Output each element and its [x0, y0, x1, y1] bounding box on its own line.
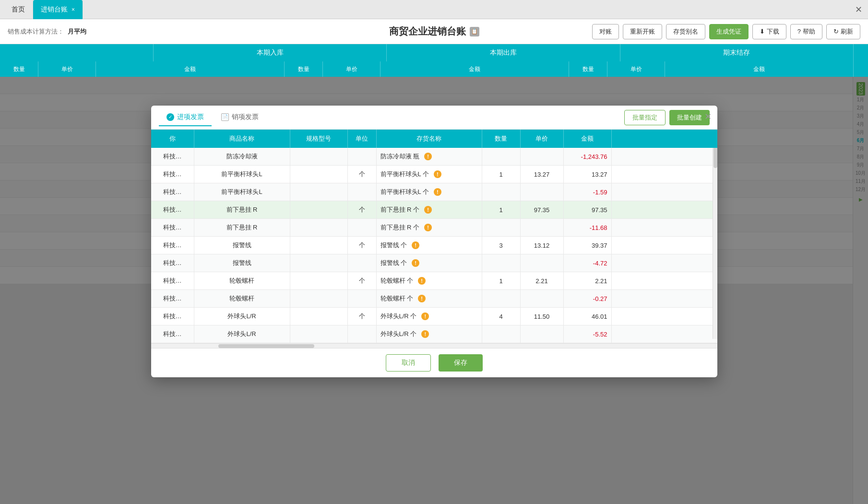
subheader-amount1: 金额 — [380, 61, 569, 77]
cell-price: 13.12 — [521, 237, 564, 254]
cell-inventory: 报警线 个 ! — [377, 254, 482, 272]
cell-col1: 科技… — [151, 148, 194, 165]
cell-amount: -5.52 — [564, 325, 612, 343]
cell-unit — [348, 254, 377, 272]
inventory-alias-button[interactable]: 存货别名 — [666, 24, 705, 39]
cell-qty: 1 — [482, 272, 521, 289]
cell-amount: 97.35 — [564, 201, 612, 218]
dialog-footer: 取消 保存 — [151, 348, 717, 377]
dialog-vertical-scrollbar[interactable] — [713, 130, 717, 339]
help-icon: ? — [797, 28, 801, 35]
cost-method-area: 销售成本计算方法： 月平均 — [8, 27, 86, 36]
cell-spec — [290, 308, 348, 325]
cell-unit — [348, 325, 377, 343]
cell-unit: 个 — [348, 201, 377, 218]
cell-price — [521, 325, 564, 343]
tab-ledger[interactable]: 进销台账 × — [33, 0, 83, 19]
cell-price — [521, 219, 564, 236]
tab-home-label: 首页 — [12, 5, 25, 14]
cell-qty — [482, 183, 521, 201]
cell-qty — [482, 254, 521, 272]
dialog-scrollbar[interactable] — [151, 343, 717, 348]
tab-inbound-invoice[interactable]: ✓ 进项发票 — [159, 109, 212, 126]
cell-amount: -1.59 — [564, 183, 612, 201]
cell-goods-name: 外球头L/R — [194, 325, 290, 343]
download-button[interactable]: ⬇ 下载 — [752, 24, 786, 39]
cell-qty: 3 — [482, 237, 521, 254]
header-empty — [0, 44, 154, 61]
cell-col1: 科技… — [151, 325, 194, 343]
cell-spec — [290, 325, 348, 343]
outbound-invoice-icon: 📄 — [221, 113, 229, 121]
cell-col1: 科技… — [151, 166, 194, 183]
cell-inventory: 轮毂螺杆 个 ! — [377, 290, 482, 307]
warn-icon: ! — [412, 241, 419, 249]
tab-home[interactable]: 首页 — [4, 0, 33, 19]
subheader-qty0: 数量 — [0, 61, 38, 77]
warn-icon: ! — [418, 277, 426, 285]
tab-close-icon[interactable]: × — [71, 6, 75, 13]
cell-col1: 科技… — [151, 308, 194, 325]
cell-col1: 科技… — [151, 237, 194, 254]
cell-price: 97.35 — [521, 201, 564, 218]
cell-goods-name: 防冻冷却液 — [194, 148, 290, 165]
cell-price — [521, 254, 564, 272]
warn-icon: ! — [434, 188, 441, 196]
cell-goods-name: 报警线 — [194, 237, 290, 254]
save-button[interactable]: 保存 — [439, 354, 483, 372]
batch-assign-button[interactable]: 批量指定 — [624, 110, 666, 125]
cell-price: 13.27 — [521, 166, 564, 183]
col-header-price: 单价 — [521, 130, 564, 148]
refresh-button[interactable]: ↻ 刷新 — [826, 24, 860, 39]
refresh-icon: ↻ — [833, 28, 839, 35]
window-close-icon[interactable]: ✕ — [855, 4, 862, 15]
subheader-price2: 单价 — [607, 61, 665, 77]
cell-amount: 46.01 — [564, 308, 612, 325]
cell-amount: 2.21 — [564, 272, 612, 289]
batch-create-button[interactable]: 批量创建 — [669, 110, 710, 125]
cell-goods-name: 外球头L/R — [194, 308, 290, 325]
cell-amount: -11.68 — [564, 219, 612, 236]
dialog-close-button[interactable]: ✕ — [704, 111, 712, 122]
help-button[interactable]: ? 帮助 — [790, 24, 822, 39]
cell-qty — [482, 290, 521, 307]
subheader-amount0: 金额 — [96, 61, 285, 77]
duizhang-button[interactable]: 对账 — [592, 24, 619, 39]
subheader-qty2: 数量 — [569, 61, 607, 77]
warn-icon: ! — [412, 259, 419, 267]
cell-col1: 科技… — [151, 272, 194, 289]
col-header-inventory-name: 存货名称 — [377, 130, 482, 148]
cell-qty — [482, 325, 521, 343]
dialog-table-header: 你 商品名称 规格型号 单位 存货名称 — [151, 130, 717, 148]
cell-amount: -1,243.76 — [564, 148, 612, 165]
cell-unit — [348, 219, 377, 236]
dialog-action-buttons: 批量指定 批量创建 — [624, 110, 710, 125]
cell-spec — [290, 237, 348, 254]
cell-goods-name: 轮毂螺杆 — [194, 290, 290, 307]
dialog-table: 你 商品名称 规格型号 单位 存货名称 — [151, 130, 717, 343]
table-row: 科技… 轮毂螺杆 轮毂螺杆 个 ! -0.27 — [151, 290, 717, 308]
cancel-button[interactable]: 取消 — [386, 354, 431, 372]
main-table-header: 本期入库 本期出库 期末结存 数量 单价 金额 数量 单价 — [0, 44, 868, 77]
tab-outbound-label: 销项发票 — [232, 113, 259, 121]
table-row: 科技… 轮毂螺杆 个 轮毂螺杆 个 ! 1 2.21 2.21 — [151, 272, 717, 290]
cell-spec — [290, 254, 348, 272]
cell-unit: 个 — [348, 166, 377, 183]
warn-icon: ! — [421, 312, 429, 320]
cell-amount: -0.27 — [564, 290, 612, 307]
invoice-dialog: ✓ 进项发票 📄 销项发票 批量指定 批量创建 — [151, 106, 717, 377]
bg-table-area: 月份切换 2023 1月 2月 3月 4月 5月 6月 7月 8月 9月 10月… — [0, 77, 868, 504]
dialog-scrollbar-thumb[interactable] — [218, 344, 314, 348]
generate-voucher-button[interactable]: 生成凭证 — [709, 24, 749, 39]
inbound-invoice-icon: ✓ — [166, 113, 174, 121]
app-container: 首页 进销台账 × ✕ 销售成本计算方法： 月平均 商贸企业进销台账 📋 对账 … — [0, 0, 868, 504]
table-row: 科技… 外球头L/R 个 外球头L/R 个 ! 4 11.50 46.01 — [151, 308, 717, 325]
warn-icon: ! — [424, 224, 432, 231]
cell-goods-name: 前下悬挂 R — [194, 201, 290, 218]
col-header-qty: 数量 — [482, 130, 521, 148]
tab-outbound-invoice[interactable]: 📄 销项发票 — [214, 109, 266, 126]
cost-method-label: 销售成本计算方法： — [8, 28, 64, 35]
col-header-you: 你 — [151, 130, 194, 148]
cell-unit: 个 — [348, 308, 377, 325]
reopen-button[interactable]: 重新开账 — [623, 24, 662, 39]
